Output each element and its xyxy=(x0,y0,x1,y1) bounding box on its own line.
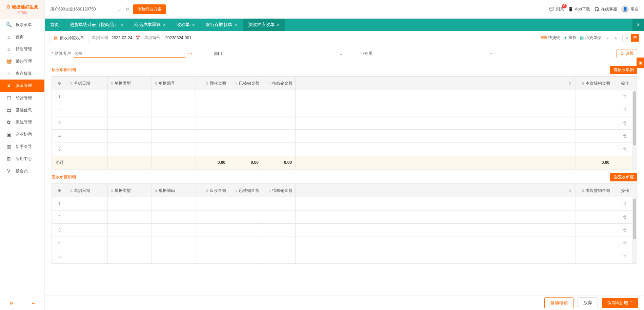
cell[interactable] xyxy=(576,237,613,250)
calendar-icon[interactable]: 📅 xyxy=(136,36,141,40)
cell[interactable] xyxy=(576,250,613,263)
sidebar-item-2[interactable]: ⌂销售管理 xyxy=(0,43,44,55)
cell[interactable] xyxy=(152,211,196,224)
cell[interactable] xyxy=(108,103,152,116)
close-icon[interactable]: ✕ xyxy=(120,23,123,27)
cell[interactable] xyxy=(108,237,152,250)
auto-writeoff-button[interactable]: 自动核销 xyxy=(544,297,573,308)
user-menu[interactable]: 👤 用友 xyxy=(621,5,639,13)
collapse-icon[interactable]: ⇤ xyxy=(32,301,35,306)
cell[interactable] xyxy=(196,130,229,143)
cell[interactable] xyxy=(229,237,262,250)
cell[interactable] xyxy=(262,237,296,250)
customer-input[interactable] xyxy=(74,50,185,58)
settings-icon[interactable]: ⚙ xyxy=(9,301,13,306)
cell[interactable] xyxy=(67,237,108,250)
cell[interactable] xyxy=(229,116,262,130)
cell[interactable] xyxy=(152,130,196,143)
company-selector[interactable]: 用户690企业1660120750 ⌄ xyxy=(50,6,121,12)
cell[interactable] xyxy=(262,116,296,130)
cell[interactable] xyxy=(152,224,196,237)
tab-3[interactable]: 收款单✕ xyxy=(171,19,200,31)
app-download-link[interactable]: 📱 App下载 xyxy=(568,6,590,12)
col-header[interactable]: 单据日期 xyxy=(67,77,108,90)
document-tab[interactable]: ▤ 预收冲应收单 xyxy=(49,33,88,43)
trash-icon[interactable]: 🗑 xyxy=(623,134,627,138)
cell[interactable] xyxy=(262,103,296,116)
cell[interactable] xyxy=(229,130,262,143)
cell[interactable] xyxy=(229,103,262,116)
cell[interactable] xyxy=(108,130,152,143)
cell[interactable] xyxy=(296,224,576,237)
cell[interactable] xyxy=(152,90,196,103)
dept-input[interactable] xyxy=(225,50,337,58)
cell[interactable] xyxy=(296,211,576,224)
shortcut-button[interactable]: ⌨快捷键 xyxy=(541,35,560,41)
discard-button[interactable]: 放弃 xyxy=(578,297,598,308)
cell[interactable] xyxy=(576,143,613,156)
cell[interactable] xyxy=(296,250,576,263)
support-link[interactable]: 🎧 在线客服 xyxy=(594,6,617,12)
messages-link[interactable]: 💬 消息 6 xyxy=(549,6,564,12)
next-doc-icon[interactable]: ▸ xyxy=(613,36,619,40)
prev-doc-icon[interactable]: ◂ xyxy=(605,36,610,40)
dept-dropdown-icon[interactable]: ⌄ xyxy=(339,51,343,56)
cell[interactable] xyxy=(262,197,296,211)
cell[interactable] xyxy=(576,116,613,130)
col-header[interactable]: 本次核销金额 xyxy=(576,184,613,197)
cell[interactable] xyxy=(196,237,229,250)
cell[interactable] xyxy=(229,143,262,156)
cell[interactable] xyxy=(196,197,229,211)
sidebar-item-6[interactable]: ◫经营管理 xyxy=(0,92,44,104)
tab-4[interactable]: 银行存取款单✕ xyxy=(200,19,243,31)
save-new-button[interactable]: 保存&新增˄ xyxy=(602,298,638,308)
cell[interactable] xyxy=(262,224,296,237)
tab-5[interactable]: 预收冲应收单✕ xyxy=(243,19,285,31)
cell[interactable] xyxy=(576,103,613,116)
cell[interactable] xyxy=(67,130,108,143)
cell[interactable] xyxy=(108,90,152,103)
cell[interactable] xyxy=(576,224,613,237)
cell[interactable] xyxy=(67,250,108,263)
cell[interactable] xyxy=(67,211,108,224)
cell[interactable] xyxy=(67,116,108,130)
cell[interactable] xyxy=(152,250,196,263)
cell[interactable] xyxy=(296,116,576,130)
cell[interactable] xyxy=(576,197,613,211)
close-icon[interactable]: ✕ xyxy=(192,23,195,27)
cell[interactable] xyxy=(196,143,229,156)
trash-icon[interactable]: 🗑 xyxy=(623,107,627,112)
col-header[interactable] xyxy=(296,77,576,90)
cell[interactable] xyxy=(152,143,196,156)
view-list-icon[interactable]: ≡ xyxy=(623,34,631,42)
cell[interactable] xyxy=(229,250,262,263)
sidebar-item-3[interactable]: 🧺采购管理 xyxy=(0,55,44,67)
scrollbar-thumb[interactable] xyxy=(633,91,636,146)
tab-0[interactable]: 首页 xyxy=(45,19,64,31)
col-header[interactable]: 应收金额 xyxy=(196,184,229,197)
cell[interactable] xyxy=(296,197,576,211)
cell[interactable] xyxy=(296,90,576,103)
cell[interactable] xyxy=(229,224,262,237)
view-form-icon[interactable]: ☰ xyxy=(631,34,639,42)
gear-icon[interactable]: ⚙ xyxy=(125,7,129,12)
trash-icon[interactable]: 🗑 xyxy=(623,94,627,99)
date-value[interactable]: 2023-03-24 xyxy=(112,36,132,40)
cell[interactable] xyxy=(229,90,262,103)
gear-column-icon[interactable]: ⚙ xyxy=(52,184,67,197)
col-header[interactable]: 已核销金额 xyxy=(229,77,262,90)
col-header[interactable]: 单据编号 xyxy=(152,77,196,90)
cell[interactable] xyxy=(108,197,152,211)
sidebar-item-1[interactable]: ⌂首页 xyxy=(0,31,44,43)
tab-1[interactable]: 进货单统计表（按商品）✕ xyxy=(64,19,129,31)
cell[interactable] xyxy=(296,143,576,156)
col-header[interactable] xyxy=(296,184,576,197)
cell[interactable] xyxy=(67,143,108,156)
cell[interactable] xyxy=(229,197,262,211)
cell[interactable] xyxy=(152,237,196,250)
cell[interactable] xyxy=(196,90,229,103)
cell[interactable] xyxy=(67,90,108,103)
try-plan-button[interactable]: 体验行业方案 xyxy=(133,4,166,14)
cell[interactable] xyxy=(152,116,196,130)
cell[interactable] xyxy=(108,224,152,237)
